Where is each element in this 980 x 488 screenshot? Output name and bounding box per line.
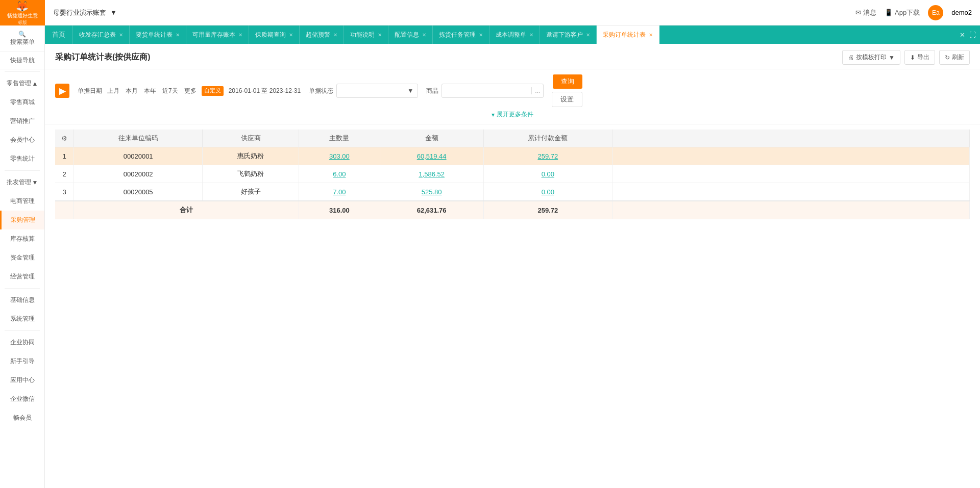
cell-index: 3 [55, 183, 74, 201]
sidebar-item-operation[interactable]: 经营管理 [0, 267, 44, 286]
filter-toggle-button[interactable]: ▶ [55, 84, 69, 98]
sidebar-item-wechat[interactable]: 企业微信 [0, 390, 44, 408]
avatar[interactable]: Ea [928, 5, 943, 20]
header-actions: ✉ 消息 📱 App下载 Ea demo2 [855, 5, 972, 20]
shortcut-this-month[interactable]: 本月 [124, 86, 140, 96]
cell-quantity: 303.00 [299, 147, 380, 165]
goods-ellipsis-btn[interactable]: ... [531, 87, 543, 94]
app-logo: 🦊 畅捷通好生意 标版 [0, 0, 45, 25]
tab-bar-actions: ✕ ⛶ [955, 25, 980, 44]
filter-status-label: 单据状态 [309, 87, 333, 95]
avatar-initial: Ea [932, 9, 940, 16]
goods-search-input[interactable] [442, 87, 531, 94]
sidebar-item-marketing[interactable]: 营销推广 [0, 112, 44, 131]
tab-close-icon[interactable]: ✕ [586, 32, 590, 38]
tab-close-icon[interactable]: ✕ [333, 32, 337, 38]
sidebar-item-members[interactable]: 会员中心 [0, 131, 44, 149]
tab-purchase-order-stats[interactable]: 采购订单统计表 ✕ [597, 25, 659, 44]
sidebar-item-quicknav[interactable]: 快捷导航 [0, 52, 44, 69]
username: demo2 [951, 9, 972, 16]
workspace-name: 母婴行业演示账套 [53, 8, 106, 17]
tab-close-icon[interactable]: ✕ [176, 32, 180, 38]
tab-order-stats[interactable]: 要货单统计表 ✕ [130, 25, 186, 44]
app-download-btn[interactable]: 📱 App下载 [885, 8, 920, 17]
th-supplier: 供应商 [203, 130, 299, 147]
filter-goods-label: 商品 [426, 87, 438, 95]
tab-close-icon[interactable]: ✕ [422, 32, 426, 38]
cell-supplier: 飞鹤奶粉 [203, 165, 299, 183]
sidebar-item-enterprise-collab[interactable]: 企业协同 [0, 333, 44, 352]
tab-close-icon[interactable]: ✕ [238, 32, 242, 38]
tab-close-icon[interactable]: ✕ [529, 32, 533, 38]
tab-close-icon[interactable]: ✕ [289, 32, 293, 38]
date-shortcuts: 上月 本月 本年 近7天 更多 自定义 [105, 86, 224, 96]
tab-close-icon[interactable]: ✕ [479, 32, 483, 38]
sidebar-item-retail-mgmt[interactable]: 零售管理 ▲ [0, 74, 44, 93]
filter-date-label: 单据日期 [78, 87, 102, 95]
tab-close-all-icon[interactable]: ✕ [960, 31, 965, 39]
tab-config-info[interactable]: 配置信息 ✕ [388, 25, 433, 44]
page-container: 采购订单统计表(按供应商) 🖨 按模板打印 ▼ ⬇ 导出 ↻ 刷新 [45, 44, 980, 488]
table-row[interactable]: 2 00020002 飞鹤奶粉 6.00 1,586.52 0.00 [55, 165, 970, 183]
settings-button[interactable]: 设置 [552, 92, 582, 107]
sidebar-item-retail-shop[interactable]: 零售商城 [0, 93, 44, 112]
tab-available-inventory[interactable]: 可用量库存账本 ✕ [186, 25, 249, 44]
cell-index: 1 [55, 147, 74, 165]
table-row[interactable]: 3 00020005 好孩子 7.00 525.80 0.00 [55, 183, 970, 201]
refresh-icon: ↻ [945, 54, 950, 61]
tab-close-icon[interactable]: ✕ [119, 32, 123, 38]
shortcut-more[interactable]: 更多 [182, 86, 199, 96]
sidebar-item-retail-stats[interactable]: 零售统计 [0, 149, 44, 168]
table-row[interactable]: 1 00020001 惠氏奶粉 303.00 60,519.44 259.72 [55, 147, 970, 165]
shortcut-7days[interactable]: 近7天 [160, 86, 180, 96]
workspace-selector[interactable]: 母婴行业演示账套 ▼ [53, 8, 117, 17]
message-icon: ✉ [855, 9, 861, 16]
cell-extra-1 [612, 147, 970, 165]
sidebar-item-system[interactable]: 系统管理 [0, 310, 44, 328]
th-settings[interactable]: ⚙ [55, 130, 74, 147]
expand-more-btn[interactable]: ▾ 展开更多条件 [55, 110, 970, 119]
tab-overstock[interactable]: 超储预警 ✕ [300, 25, 344, 44]
sidebar-item-ecommerce[interactable]: 电商管理 [0, 192, 44, 211]
tab-close-active-icon[interactable]: ✕ [649, 32, 653, 38]
workspace-dropdown-icon[interactable]: ▼ [110, 9, 117, 16]
sidebar-item-app-center[interactable]: 应用中心 [0, 371, 44, 390]
status-select[interactable]: ▼ [336, 84, 418, 98]
sidebar-item-search[interactable]: 🔍 搜索菜单 [0, 25, 44, 52]
data-table: ⚙ 往来单位编码 供应商 主数量 金额 [55, 130, 970, 219]
refresh-button[interactable]: ↻ 刷新 [939, 50, 970, 65]
tab-expand-icon[interactable]: ⛶ [969, 31, 976, 39]
cell-amount: 1,586.52 [380, 165, 483, 183]
shortcut-last-month[interactable]: 上月 [105, 86, 121, 96]
print-dropdown-icon: ▼ [889, 54, 895, 61]
tab-bar: 首页 收发存汇总表 ✕ 要货单统计表 ✕ 可用量库存账本 ✕ 保质期查询 ✕ 超… [45, 25, 980, 44]
cell-quantity: 7.00 [299, 183, 380, 201]
date-range-display: 2016-01-01 至 2023-12-31 [229, 87, 301, 95]
tab-cost-adjust[interactable]: 成本调整单 ✕ [489, 25, 540, 44]
tab-picking-task[interactable]: 拣货任务管理 ✕ [433, 25, 489, 44]
export-button[interactable]: ⬇ 导出 [904, 50, 935, 65]
sidebar-item-inventory[interactable]: 库存核算 [0, 229, 44, 248]
query-button[interactable]: 查询 [553, 74, 582, 89]
shortcut-this-year[interactable]: 本年 [142, 86, 158, 96]
sidebar-item-purchase[interactable]: 采购管理 [0, 211, 44, 229]
filter-row-main: ▶ 单据日期 上月 本月 本年 近7天 更多 自定义 2016-01-01 至 [55, 74, 970, 107]
print-button[interactable]: 🖨 按模板打印 ▼ [842, 50, 900, 65]
tab-function-desc[interactable]: 功能说明 ✕ [344, 25, 388, 44]
tab-invite-customer[interactable]: 邀请下游客户 ✕ [540, 25, 597, 44]
cell-code: 00020005 [74, 183, 203, 201]
th-amount: 金额 [380, 130, 483, 147]
tab-home[interactable]: 首页 [45, 25, 73, 44]
cell-extra-3 [612, 183, 970, 201]
message-btn[interactable]: ✉ 消息 [855, 8, 876, 17]
cell-supplier: 好孩子 [203, 183, 299, 201]
tab-shelf-life[interactable]: 保质期查询 ✕ [249, 25, 300, 44]
sidebar-item-finance[interactable]: 资金管理 [0, 248, 44, 267]
logo-sub: 标版 [7, 19, 38, 26]
sidebar-item-newbie[interactable]: 新手引导 [0, 352, 44, 371]
sidebar-item-member[interactable]: 畅会员 [0, 408, 44, 427]
sidebar-item-wholesale[interactable]: 批发管理 ▼ [0, 173, 44, 192]
tab-close-icon[interactable]: ✕ [378, 32, 382, 38]
sidebar-item-basic[interactable]: 基础信息 [0, 291, 44, 310]
tab-receipts-summary[interactable]: 收发存汇总表 ✕ [73, 25, 130, 44]
